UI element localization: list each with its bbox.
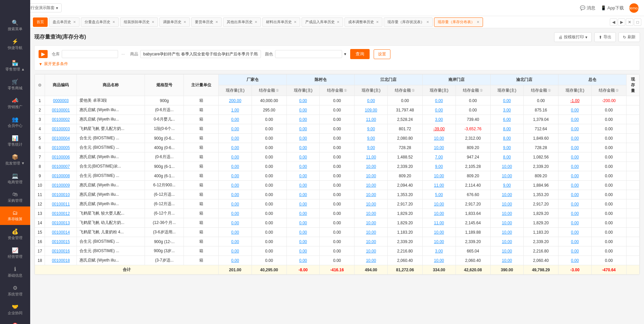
cell-fc-amt: 0.00 xyxy=(252,246,286,256)
warehouse-dots[interactable]: ··· xyxy=(120,52,126,56)
info-icon3[interactable]: ① xyxy=(412,88,415,92)
sidebar-item-marketing[interactable]: 📣 营销推广 xyxy=(0,94,30,113)
tab-stock-status[interactable]: 现存量（库存状况表） ✕ xyxy=(384,17,433,27)
cell-cc-qty: 0.00 xyxy=(286,171,320,181)
sidebar-item-mall[interactable]: 🛒 零售商城 xyxy=(0,75,30,94)
cell-code: 00100018 xyxy=(45,256,77,265)
sidebar-item-label: 零售管理 ▲ xyxy=(1,67,29,72)
tab-close-requisition[interactable]: ✕ xyxy=(215,20,218,24)
cell-unit: 箱 xyxy=(184,124,219,134)
filter-expand[interactable]: ▼ 展开更多条件 xyxy=(39,61,636,67)
summary-row: 合计 201.00 40,295.00 -8.00 -416.16 494.00… xyxy=(35,265,640,275)
table-row: 1 0000003 爱他美 卓萃3段 900g 箱 200.00 40,000.… xyxy=(35,96,640,105)
query-btn[interactable]: 查询 xyxy=(350,49,370,59)
settings-btn[interactable]: 设置 xyxy=(374,49,390,59)
sidebar-item-purchase[interactable]: 🛍 采购管理 xyxy=(0,188,30,206)
tabs-prev-btn[interactable]: ◀ xyxy=(610,18,617,26)
sidebar-item-collab[interactable]: 🤝 企业协同 xyxy=(0,300,30,319)
cell-cc-amt: 0.00 xyxy=(320,181,355,190)
tab-home[interactable]: 首页 xyxy=(33,17,48,27)
export-btn[interactable]: ⬆ 导出 xyxy=(594,32,616,42)
tab-close-finished-in[interactable]: ✕ xyxy=(337,20,339,24)
cell-seq: 11 xyxy=(35,190,45,199)
sidebar-item-member[interactable]: 👥 会员中心 xyxy=(0,113,30,132)
cell-fc-qty: 0.00 xyxy=(219,152,252,162)
tab-other-out[interactable]: 其他出库单历史 ✕ xyxy=(223,17,261,27)
tab-close-transfer[interactable]: ✕ xyxy=(183,20,186,24)
print-btn[interactable]: 🖨 按模板打印 ▾ xyxy=(554,32,592,42)
sidebar-item-ecommerce[interactable]: 💻 电商管理 xyxy=(0,169,30,188)
tab-close-stock-dist[interactable]: ✕ xyxy=(477,20,479,24)
sidebar-item-finance[interactable]: 💰 资金管理 xyxy=(0,225,30,244)
tabs-menu-btn[interactable]: □ xyxy=(634,18,641,26)
stats-icon: 📊 xyxy=(1,135,29,141)
tab-inventory-count[interactable]: 盘点单历史 ✕ xyxy=(49,17,79,27)
product-input[interactable] xyxy=(140,50,261,58)
tab-close-qty-count[interactable]: ✕ xyxy=(112,20,115,24)
sidebar-item-system[interactable]: ⚙ 系统管理 xyxy=(0,281,30,300)
sidebar-item-basic[interactable]: ℹ 基础信息 xyxy=(0,263,30,281)
cell-jb-qty: 10.00 xyxy=(355,246,388,256)
cell-jb-amt: 801.72 xyxy=(387,124,422,134)
cell-total-amt: 0.00 xyxy=(591,209,626,218)
tab-close-material-out[interactable]: ✕ xyxy=(294,20,297,24)
sidebar-item-retail[interactable]: 🏪 零售管理 ▲ xyxy=(0,56,30,75)
sidebar-item-nav[interactable]: ⚡ 快捷导航 xyxy=(0,35,30,54)
refresh-btn[interactable]: ↻ 刷新 xyxy=(619,32,640,42)
sidebar-item-inventory[interactable]: 🗂 库存核算 xyxy=(0,206,30,225)
sidebar-item-search[interactable]: 🔍 搜索英单 xyxy=(0,16,30,35)
tab-stock-dist[interactable]: 现存量（库存分布表） ✕ xyxy=(434,17,483,27)
cell-total-amt: 0.00 xyxy=(591,199,626,209)
cell-jb-qty: 11.00 xyxy=(355,115,388,124)
color-input[interactable] xyxy=(275,50,342,58)
sidebar-item-label: 企业协同 xyxy=(1,311,29,316)
sidebar-item-label: 零售统计 xyxy=(1,142,29,147)
expand-btn[interactable]: ▶ xyxy=(39,50,48,58)
cell-fc-qty: 0.00 xyxy=(219,134,252,143)
info-icon[interactable]: ① xyxy=(276,88,279,92)
print-icon: 🖨 xyxy=(558,35,562,40)
info-icon6[interactable]: ① xyxy=(615,88,619,92)
user-avatar-btn[interactable]: demo2 xyxy=(629,3,639,13)
cell-spec: (6-12月适... xyxy=(145,190,184,199)
tabs-nav-btns: ◀ ▶ ✕ □ xyxy=(610,18,641,26)
purchase-icon: 🛍 xyxy=(1,191,29,197)
col-group-factory: 厂家仓 xyxy=(219,75,287,85)
cell-jb-amt: 1,829.20 xyxy=(387,209,422,218)
sidebar-item-business[interactable]: 📈 经营管理 xyxy=(0,244,30,263)
tab-finished-in[interactable]: 产成品入库单历史 ✕ xyxy=(302,17,343,27)
tab-material-out[interactable]: 材料出库单历史 ✕ xyxy=(262,17,300,27)
sidebar-item-retail-stats[interactable]: 📊 零售统计 xyxy=(0,132,30,150)
info-icon4[interactable]: ① xyxy=(480,88,483,92)
cell-total-amt: 0.00 xyxy=(591,228,626,237)
tab-close-stock-status[interactable]: ✕ xyxy=(426,20,429,24)
tab-close-assembly[interactable]: ✕ xyxy=(152,20,154,24)
tab-transfer[interactable]: 调拨单历史 ✕ xyxy=(159,17,190,27)
cell-unit: 箱 xyxy=(184,228,219,237)
tabs-next-btn[interactable]: ▶ xyxy=(618,18,625,26)
message-btn[interactable]: 💬 消息 xyxy=(580,5,595,11)
tab-close-cost-adjust[interactable]: ✕ xyxy=(376,20,379,24)
info-icon5[interactable]: ① xyxy=(548,88,551,92)
tab-assembly[interactable]: 组装拆卸单历史 ✕ xyxy=(120,17,158,27)
sidebar-item-wholesale[interactable]: 📦 批发管理 ▼ xyxy=(0,150,30,169)
col-header-cur: 现存量 xyxy=(626,75,639,96)
sidebar-item-guide[interactable]: 🎯 新手引导 xyxy=(0,319,30,324)
sidebar-item-label: 系统管理 xyxy=(1,292,29,297)
warehouse-input[interactable] xyxy=(62,50,118,58)
tab-close-inventory-count[interactable]: ✕ xyxy=(73,20,76,24)
tab-cost-adjust[interactable]: 成本调整单历史 ✕ xyxy=(344,17,382,27)
info-icon2[interactable]: ① xyxy=(344,88,347,92)
tabs-close-btn[interactable]: ✕ xyxy=(626,18,633,26)
tab-requisition[interactable]: 要货单历史 ✕ xyxy=(191,17,222,27)
tab-close-other-out[interactable]: ✕ xyxy=(255,20,257,24)
tab-qty-count[interactable]: 分量盘点单历史 ✕ xyxy=(81,17,119,27)
col-yb-amt: 结存金额① xyxy=(524,85,558,96)
cell-code: 0000003 xyxy=(45,96,77,105)
cell-fc-qty: 0.00 xyxy=(219,190,252,199)
summary-cc-qty: -8.00 xyxy=(286,265,320,275)
cell-cc-amt: 0.00 xyxy=(320,171,355,181)
app-download-btn[interactable]: 📱 App下载 xyxy=(601,5,624,11)
col-yb-qty: 现存量(主) xyxy=(490,85,524,96)
table-settings-icon[interactable]: ⚙ xyxy=(38,83,42,88)
